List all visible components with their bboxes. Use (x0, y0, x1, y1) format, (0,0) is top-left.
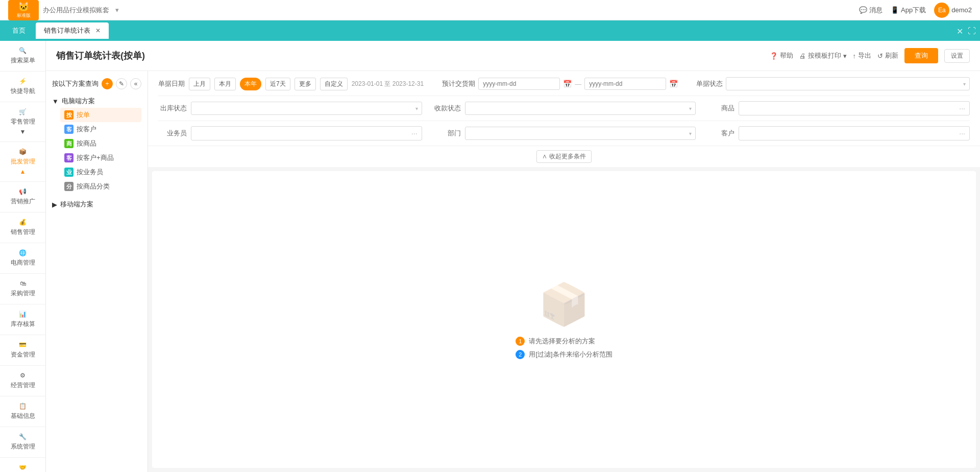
date-btn-more[interactable]: 更多 (295, 78, 316, 90)
sidebar-item-system[interactable]: 🔧 系统管理 (0, 427, 45, 458)
salesperson-dots[interactable]: ··· (411, 129, 418, 137)
date-btn-this-month[interactable]: 本月 (214, 78, 236, 90)
filter-row-3: 业务员 ··· 部门 ▾ (158, 121, 970, 146)
collapse-panel-button[interactable]: « (130, 78, 141, 89)
template-print-button[interactable]: 🖨 按模板打印 ▾ (799, 51, 847, 60)
date-label: 单据日期 (158, 79, 185, 88)
doc-status-select[interactable] (726, 77, 970, 90)
user-profile[interactable]: Ea demo2 (934, 3, 972, 18)
sidebar-retail-label: 零售管理 (11, 117, 35, 126)
basic-info-icon: 📋 (19, 403, 27, 410)
search-icon: 🔍 (19, 47, 27, 54)
sidebar-search-label: 搜索菜单 (11, 56, 35, 65)
sidebar-item-wholesale[interactable]: 📦 批发管理 ▲ (0, 142, 45, 182)
filter-delivery-date-field: 预计交货期 📅 — 📅 (442, 78, 678, 90)
date-btn-last-7-days[interactable]: 近7天 (265, 78, 290, 90)
message-button[interactable]: 💬 消息 (859, 6, 883, 15)
sidebar-item-quicknav[interactable]: ⚡ 快捷导航 (0, 72, 45, 102)
message-icon: 💬 (859, 6, 867, 14)
breadcrumb-arrow[interactable]: ▾ (115, 6, 119, 14)
filter-department: 部门 ▾ (432, 126, 696, 140)
date-btn-last-month[interactable]: 上月 (189, 78, 210, 90)
tree-child-by-order[interactable]: 按 按单 (60, 108, 141, 122)
avatar: Ea (934, 3, 949, 18)
edit-scheme-button[interactable]: ✎ (116, 78, 127, 89)
sidebar-wholesale-label: 批发管理 (11, 157, 35, 166)
receipt-status-select[interactable] (465, 102, 696, 115)
tree-child-by-customer-product[interactable]: 客 按客户+商品 (60, 151, 141, 165)
tab-home[interactable]: 首页 (4, 22, 34, 39)
app-download-button[interactable]: 📱 App下载 (891, 6, 926, 15)
delivery-status-wrapper: ▾ (191, 102, 422, 115)
sidebar-item-ecommerce[interactable]: 🌐 电商管理 (0, 243, 45, 274)
salesperson-field[interactable]: ··· (191, 126, 422, 140)
sidebar-item-purchase[interactable]: 🛍 采购管理 (0, 274, 45, 304)
sidebar-item-sales[interactable]: 💰 销售管理 (0, 213, 45, 243)
by-salesperson-label: 按业务员 (77, 168, 103, 177)
tree-child-by-product[interactable]: 商 按商品 (60, 136, 141, 151)
empty-tips: 1 请先选择要分析的方案 2 用[过滤]条件来缩小分析范围 (516, 337, 612, 359)
inventory-icon: 📊 (19, 311, 27, 318)
date-btn-custom[interactable]: 自定义 (320, 78, 348, 90)
add-scheme-button[interactable]: + (102, 78, 113, 89)
tree-parent-desktop[interactable]: ▼ 电脑端方案 (52, 95, 141, 108)
window-close-button[interactable]: ✕ (955, 27, 964, 35)
customer-dots[interactable]: ··· (959, 129, 965, 137)
refresh-button[interactable]: ↺ 刷新 (877, 51, 898, 60)
tree-parent-mobile[interactable]: ▶ 移动端方案 (52, 198, 141, 211)
by-product-icon: 商 (64, 139, 74, 148)
sidebar-basic-info-label: 基础信息 (11, 412, 35, 420)
delivery-date-start-input[interactable] (478, 78, 560, 90)
sidebar-item-search[interactable]: 🔍 搜索菜单 (0, 41, 45, 72)
sidebar-inventory-label: 库存核算 (11, 320, 35, 328)
sidebar-purchase-label: 采购管理 (11, 289, 35, 298)
topbar-right: 💬 消息 📱 App下载 Ea demo2 (859, 3, 972, 18)
product-dots[interactable]: ··· (959, 104, 965, 112)
tab-close-button[interactable]: ✕ (95, 27, 101, 34)
tree-child-by-customer[interactable]: 客 按客户 (60, 122, 141, 136)
wholesale-arrow: ▲ (20, 168, 26, 175)
delivery-date-end-input[interactable] (584, 78, 666, 90)
left-panel-title: 按以下方案查询 (52, 79, 99, 88)
customer-field[interactable]: ··· (739, 126, 970, 140)
tree-child-by-salesperson[interactable]: 业 按业务员 (60, 165, 141, 179)
salesperson-label: 业务员 (158, 129, 187, 138)
delivery-status-select[interactable] (191, 102, 422, 115)
sidebar-item-retail[interactable]: 🛒 零售管理 ▼ (0, 102, 45, 142)
product-label: 商品 (706, 104, 734, 113)
sidebar-item-basic-info[interactable]: 📋 基础信息 (0, 396, 45, 427)
filter-customer: 客户 ··· (706, 126, 970, 140)
filter-row-1: 单据日期 上月 本月 本年 近7天 更多 自定义 2023-01-01 至 20… (158, 77, 970, 96)
sidebar-item-marketing[interactable]: 📢 营销推广 (0, 182, 45, 213)
doc-status-select-wrapper: ▾ (726, 77, 970, 90)
export-label: 导出 (858, 51, 871, 60)
enterprise-icon: 🤝 (19, 464, 27, 471)
department-label: 部门 (432, 129, 461, 138)
query-button[interactable]: 查询 (904, 48, 938, 63)
export-button[interactable]: ↑ 导出 (853, 51, 872, 60)
sidebar-item-operations[interactable]: ⚙ 经营管理 (0, 366, 45, 396)
window-maximize-button[interactable]: ⛶ (968, 27, 976, 35)
left-panel-icons: + ✎ « (102, 78, 141, 89)
logo: 🐱 标准版 (8, 0, 39, 20)
collapse-button[interactable]: ∧ 收起更多条件 (536, 150, 591, 163)
system-icon: 🔧 (19, 433, 27, 440)
user-name: demo2 (951, 6, 972, 14)
sidebar-item-inventory[interactable]: 📊 库存核算 (0, 304, 45, 335)
help-button[interactable]: ❓ 帮助 (770, 51, 793, 60)
sidebar-item-finance[interactable]: 💳 资金管理 (0, 335, 45, 366)
tab-sales-order-stat[interactable]: 销售订单统计表 ✕ (36, 22, 109, 39)
page-title: 销售订单统计表(按单) (56, 50, 145, 62)
date-btn-this-year[interactable]: 本年 (240, 78, 261, 90)
product-field[interactable]: ··· (739, 101, 970, 115)
department-select[interactable] (465, 127, 696, 140)
tree-section-desktop: ▼ 电脑端方案 按 按单 客 按客户 商 (46, 92, 148, 196)
tree-child-by-product-category[interactable]: 分 按商品分类 (60, 179, 141, 194)
app-download-label: App下载 (901, 6, 926, 15)
settings-button[interactable]: 设置 (944, 49, 970, 63)
sidebar-item-enterprise[interactable]: 🤝 企业协同 (0, 458, 45, 472)
tree-parent-mobile-label: 移动端方案 (60, 200, 93, 209)
delivery-status-label: 出库状态 (158, 104, 187, 113)
sidebar: 🔍 搜索菜单 ⚡ 快捷导航 🛒 零售管理 ▼ 📦 批发管理 ▲ 📢 营销推广 💰… (0, 41, 46, 472)
by-salesperson-icon: 业 (64, 168, 74, 177)
